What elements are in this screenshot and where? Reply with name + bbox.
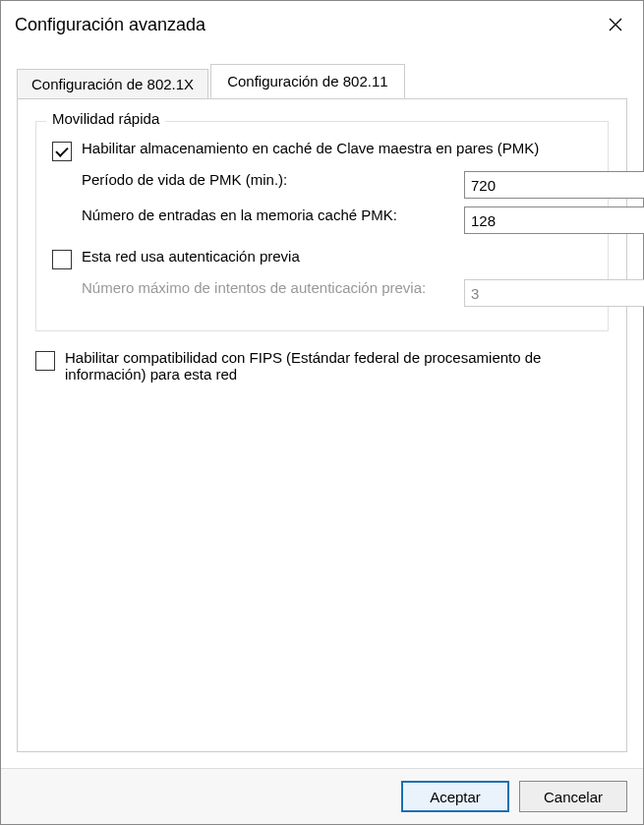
preauth-enable-row: Esta red usa autenticación previa xyxy=(52,248,592,269)
pmk-entries-label: Número de entradas en la memoria caché P… xyxy=(82,206,464,223)
pmk-enable-label: Habilitar almacenamiento en caché de Cla… xyxy=(82,140,592,156)
tab-panel-80211: Movilidad rápida Habilitar almacenamient… xyxy=(17,98,627,752)
preauth-max-label: Número máximo de intentos de autenticaci… xyxy=(82,279,464,296)
pmk-entries-input[interactable] xyxy=(464,206,644,234)
tab-strip: Configuración de 802.1X Configuración de… xyxy=(17,64,627,98)
pmk-entries-spinner: ▲ ▼ xyxy=(464,206,592,234)
cancel-button[interactable]: Cancelar xyxy=(519,781,627,812)
fips-row: Habilitar compatibilidad con FIPS (Están… xyxy=(35,349,609,383)
dialog-window: Configuración avanzada Configuración de … xyxy=(0,0,644,825)
tab-80211[interactable]: Configuración de 802.11 xyxy=(210,64,404,98)
close-icon xyxy=(609,18,622,31)
preauth-max-input xyxy=(464,279,644,307)
preauth-subfields: Número máximo de intentos de autenticaci… xyxy=(82,279,592,307)
preauth-max-spinner: ▲ ▼ xyxy=(464,279,592,307)
fips-checkbox[interactable] xyxy=(35,351,55,371)
pmk-ttl-label: Período de vida de PMK (min.): xyxy=(82,171,464,188)
pmk-enable-row: Habilitar almacenamiento en caché de Cla… xyxy=(52,140,592,161)
fast-roaming-group: Movilidad rápida Habilitar almacenamient… xyxy=(35,121,609,331)
pmk-ttl-input[interactable] xyxy=(464,171,644,199)
close-button[interactable] xyxy=(600,9,631,40)
pmk-enable-checkbox[interactable] xyxy=(52,142,72,161)
pmk-entries-row: Número de entradas en la memoria caché P… xyxy=(82,206,592,234)
pmk-subfields: Período de vida de PMK (min.): ▲ ▼ Númer… xyxy=(82,171,592,234)
preauth-max-row: Número máximo de intentos de autenticaci… xyxy=(82,279,592,307)
preauth-enable-checkbox[interactable] xyxy=(52,250,72,269)
dialog-footer: Aceptar Cancelar xyxy=(1,768,643,824)
fips-label: Habilitar compatibilidad con FIPS (Están… xyxy=(65,349,609,383)
pmk-ttl-row: Período de vida de PMK (min.): ▲ ▼ xyxy=(82,171,592,199)
tab-8021x[interactable]: Configuración de 802.1X xyxy=(17,69,208,99)
content-area: Configuración de 802.1X Configuración de… xyxy=(1,48,643,768)
group-title: Movilidad rápida xyxy=(46,110,165,127)
pmk-ttl-spinner: ▲ ▼ xyxy=(464,171,592,199)
ok-button[interactable]: Aceptar xyxy=(401,781,509,812)
window-title: Configuración avanzada xyxy=(15,15,205,35)
titlebar: Configuración avanzada xyxy=(1,1,643,48)
preauth-enable-label: Esta red usa autenticación previa xyxy=(82,248,592,265)
